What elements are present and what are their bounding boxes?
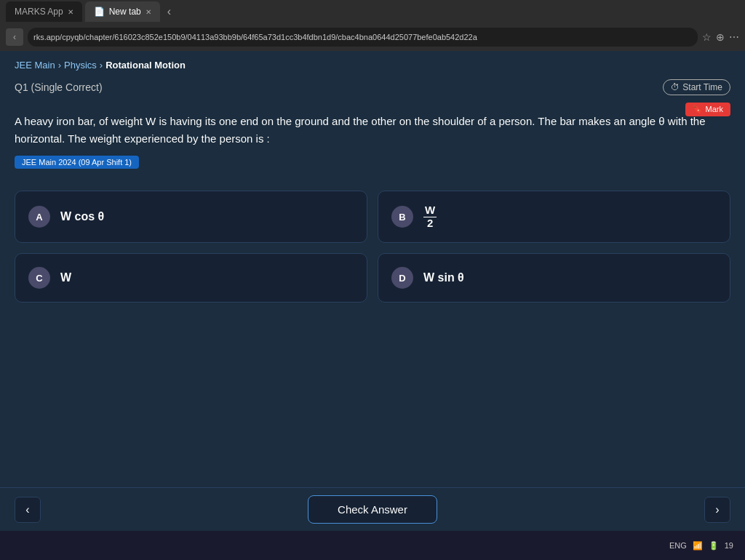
question-header: Q1 (Single Correct) ⏱ Start Time [0, 75, 745, 103]
wifi-icon: 📶 [693, 541, 703, 551]
question-tag: JEE Main 2024 (09 Apr Shift 1) [15, 156, 139, 169]
page-icon: 📄 [94, 7, 105, 17]
option-d[interactable]: D W sin θ [378, 253, 730, 303]
question-body: A heavy iron bar, of weight W is having … [0, 108, 745, 191]
option-c-badge: C [28, 267, 50, 289]
tab-new[interactable]: 📄 New tab ✕ [85, 1, 160, 22]
option-a-badge: A [28, 206, 50, 228]
option-c-text: W [60, 271, 71, 284]
battery-icon: 🔋 [709, 541, 719, 551]
bookmark-icon[interactable]: ☆ [702, 31, 712, 43]
prev-button[interactable]: ‹ [15, 497, 41, 523]
tab-new-label: New tab [109, 7, 141, 17]
option-c[interactable]: C W [15, 253, 367, 303]
taskbar: ENG 📶 🔋 19 [0, 531, 745, 560]
start-time-button[interactable]: ⏱ Start Time [663, 79, 730, 95]
breadcrumb-physics[interactable]: Physics [64, 60, 97, 71]
address-input[interactable] [28, 28, 698, 47]
question-text: A heavy iron bar, of weight W is having … [15, 113, 730, 148]
browser-chrome: MARKS App ✕ 📄 New tab ✕ ‹ ‹ ☆ ⊕ ⋯ [0, 0, 745, 51]
option-b-badge: B [391, 206, 413, 228]
option-b[interactable]: B W 2 [378, 191, 730, 243]
tab-marks[interactable]: MARKS App ✕ [6, 1, 82, 22]
clock-icon: ⏱ [671, 82, 680, 92]
taskbar-system-icons: ENG 📶 🔋 19 [669, 541, 733, 551]
new-tab-button[interactable]: ‹ [163, 5, 175, 18]
prev-icon: ‹ [25, 503, 29, 516]
tab-marks-label: MARKS App [15, 7, 63, 17]
breadcrumb: JEE Main › Physics › Rotational Motion [0, 51, 745, 75]
option-d-text: W sin θ [423, 271, 464, 284]
language-indicator: ENG [669, 541, 687, 550]
tab-new-close[interactable]: ✕ [146, 8, 151, 16]
address-bar-row: ‹ ☆ ⊕ ⋯ [0, 23, 745, 51]
fraction-w-over-2: W 2 [423, 204, 437, 229]
tab-marks-close[interactable]: ✕ [68, 8, 73, 16]
question-label: Q1 (Single Correct) [15, 81, 103, 93]
option-b-text: W 2 [423, 204, 437, 229]
option-a-text: W cos θ [60, 210, 104, 223]
options-grid: A W cos θ B W 2 C W D W sin θ [0, 191, 745, 317]
time-display: 19 [725, 541, 733, 550]
tab-bar: MARKS App ✕ 📄 New tab ✕ ‹ [0, 0, 745, 23]
option-a[interactable]: A W cos θ [15, 191, 367, 243]
next-button[interactable]: › [704, 497, 730, 523]
back-button[interactable]: ‹ [6, 28, 23, 46]
browser-actions: ☆ ⊕ ⋯ [702, 31, 739, 43]
check-answer-label: Check Answer [338, 503, 407, 516]
breadcrumb-rotational-motion: Rotational Motion [105, 60, 186, 71]
app-content: JEE Main › Physics › Rotational Motion Q… [0, 51, 745, 560]
check-answer-button[interactable]: Check Answer [308, 495, 437, 524]
breadcrumb-jee-main[interactable]: JEE Main [15, 60, 55, 71]
option-d-badge: D [391, 267, 413, 289]
next-icon: › [715, 503, 719, 516]
share-icon[interactable]: ⊕ [716, 31, 725, 43]
start-time-label: Start Time [682, 82, 722, 92]
bottom-nav: ‹ Check Answer › [0, 487, 745, 531]
more-icon[interactable]: ⋯ [729, 31, 739, 43]
